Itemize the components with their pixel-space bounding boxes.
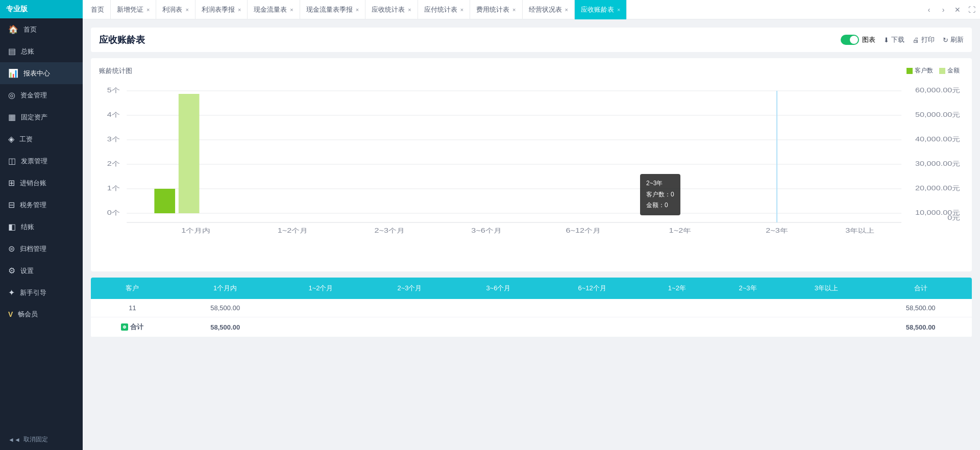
tab-close-icon[interactable]: × [356, 7, 359, 13]
sidebar-item-archive[interactable]: ⊜ 归档管理 [0, 238, 83, 260]
tab-payable-stat[interactable]: 应付统计表 × [418, 0, 470, 19]
svg-text:1个月内: 1个月内 [181, 227, 210, 234]
data-table-wrap: 客户 1个月内 1~2个月 2~3个月 3~6个月 6~12个月 1~2年 2~… [91, 278, 972, 337]
td-m36 [454, 299, 543, 317]
td-total-m612 [543, 317, 642, 337]
print-btn[interactable]: 🖨 打印 [913, 35, 935, 44]
sidebar-item-label: 畅会员 [18, 310, 38, 319]
td-total-m1: 58,500.00 [174, 317, 277, 337]
tab-bar: 首页 新增凭证 × 利润表 × 利润表季报 × 现金流量表 × 现金流量表季报 … [83, 0, 980, 19]
sidebar-item-label: 设置 [20, 266, 34, 276]
chart-area: 账龄统计图 客户数 金额 5个 4个 3个 2个 1个 [91, 58, 972, 271]
tab-label: 利润表季报 [202, 5, 235, 14]
tab-label: 应收统计表 [372, 5, 405, 14]
sidebar-item-label: 新手引导 [20, 288, 46, 297]
th-m23: 2~3个月 [365, 278, 454, 299]
tab-close-icon[interactable]: × [146, 7, 150, 13]
svg-text:30,000.00元: 30,000.00元 [915, 160, 960, 167]
td-total-y3plus [783, 317, 869, 337]
chart-toggle[interactable] [841, 35, 859, 45]
invoice-icon: ◫ [8, 156, 16, 166]
sidebar-item-label: 工资 [19, 135, 33, 144]
tab-close-icon[interactable]: × [238, 7, 241, 13]
tab-close-all-btn[interactable]: ✕ [951, 4, 964, 16]
tab-close-icon[interactable]: × [565, 7, 568, 13]
print-label: 打印 [921, 35, 935, 44]
table-total-row: ⊕ 合计 58,500.00 58,500.00 [91, 317, 972, 337]
sidebar-item-close[interactable]: ◧ 结账 [0, 216, 83, 238]
sidebar-item-guide[interactable]: ✦ 新手引导 [0, 282, 83, 304]
sidebar-item-settings[interactable]: ⚙ 设置 [0, 260, 83, 282]
td-customer: 11 [91, 299, 174, 317]
tab-label: 现金流量表季报 [306, 5, 353, 14]
sidebar-item-salary[interactable]: ◈ 工资 [0, 128, 83, 150]
tab-close-icon[interactable]: × [408, 7, 411, 13]
sidebar-item-asset[interactable]: ▦ 固定资产 [0, 106, 83, 128]
tab-cashflow[interactable]: 现金流量表 × [248, 0, 300, 19]
sidebar-item-label: 总账 [21, 47, 34, 56]
sidebar-item-report[interactable]: 📊 报表中心 [0, 62, 83, 84]
chart-legend: 客户数 金额 [906, 66, 960, 75]
legend-amount-dot [939, 68, 945, 74]
tab-close-icon[interactable]: × [512, 7, 516, 13]
tab-label: 新增凭证 [117, 5, 143, 14]
tab-close-icon[interactable]: × [460, 7, 463, 13]
th-y23: 2~3年 [713, 278, 783, 299]
sidebar-item-purchase[interactable]: ⊞ 进销台账 [0, 172, 83, 194]
download-btn[interactable]: ⬇ 下载 [884, 35, 904, 44]
td-m12 [276, 299, 365, 317]
tab-expense-stat[interactable]: 费用统计表 × [470, 0, 522, 19]
sidebar-item-ledger[interactable]: ▤ 总账 [0, 40, 83, 62]
sidebar-item-tax[interactable]: ⊟ 税务管理 [0, 194, 83, 216]
main-content: 首页 新增凭证 × 利润表 × 利润表季报 × 现金流量表 × 现金流量表季报 … [83, 0, 980, 450]
svg-text:5个: 5个 [107, 87, 120, 93]
tab-home[interactable]: 首页 [85, 0, 111, 19]
legend-amount: 金额 [939, 66, 960, 75]
th-m36: 3~6个月 [454, 278, 543, 299]
td-m1: 58,500.00 [174, 299, 277, 317]
tab-prev-btn[interactable]: ‹ [923, 4, 935, 16]
tab-close-icon[interactable]: × [290, 7, 293, 13]
sidebar-item-label: 结账 [21, 222, 34, 232]
tab-receivable-stat[interactable]: 应收统计表 × [365, 0, 418, 19]
sidebar-item-label: 固定资产 [21, 113, 47, 122]
svg-text:0元: 0元 [947, 214, 960, 221]
refresh-label: 刷新 [950, 35, 964, 44]
refresh-btn[interactable]: ↻ 刷新 [943, 35, 964, 44]
td-total-m23 [365, 317, 454, 337]
sidebar-item-label: 进销台账 [20, 179, 46, 188]
tab-new-voucher[interactable]: 新增凭证 × [111, 0, 156, 19]
tab-profit-quarter[interactable]: 利润表季报 × [195, 0, 248, 19]
tab-close-icon[interactable]: × [185, 7, 188, 13]
td-m612 [543, 299, 642, 317]
asset-icon: ▦ [8, 112, 16, 122]
tab-operation-stat[interactable]: 经营状况表 × [523, 0, 575, 19]
total-label-text: 合计 [130, 322, 143, 332]
chart-svg-wrap: 5个 4个 3个 2个 1个 0个 60,000.00元 50,000.00元 … [99, 80, 964, 263]
th-y3plus: 3年以上 [783, 278, 869, 299]
tab-next-btn[interactable]: › [937, 4, 949, 16]
td-m23 [365, 299, 454, 317]
sidebar-item-label: 报表中心 [23, 69, 50, 78]
tab-label: 利润表 [162, 5, 182, 14]
tab-receivable-aging[interactable]: 应收账龄表 × [575, 0, 627, 19]
app-logo: 专业版 [0, 0, 83, 18]
sidebar-item-vip[interactable]: V 畅会员 [0, 304, 83, 325]
total-icon: ⊕ [121, 323, 128, 331]
tab-profit[interactable]: 利润表 × [156, 0, 195, 19]
archive-icon: ⊜ [8, 244, 15, 254]
svg-text:0个: 0个 [107, 209, 120, 216]
data-table: 客户 1个月内 1~2个月 2~3个月 3~6个月 6~12个月 1~2年 2~… [91, 278, 972, 337]
td-total-y12 [642, 317, 713, 337]
tab-cashflow-quarter[interactable]: 现金流量表季报 × [300, 0, 365, 19]
collapse-sidebar-btn[interactable]: ◄◄ 取消固定 [0, 429, 83, 450]
sidebar-item-home[interactable]: 🏠 首页 [0, 18, 83, 40]
td-total-y23 [713, 317, 783, 337]
sidebar-item-fund[interactable]: ◎ 资金管理 [0, 84, 83, 106]
svg-text:3~6个月: 3~6个月 [471, 227, 501, 234]
refresh-icon: ↻ [943, 36, 948, 44]
tab-maximize-btn[interactable]: ⛶ [966, 4, 978, 16]
tab-close-icon[interactable]: × [617, 7, 620, 13]
sidebar-item-invoice[interactable]: ◫ 发票管理 [0, 150, 83, 172]
legend-amount-label: 金额 [947, 66, 960, 75]
